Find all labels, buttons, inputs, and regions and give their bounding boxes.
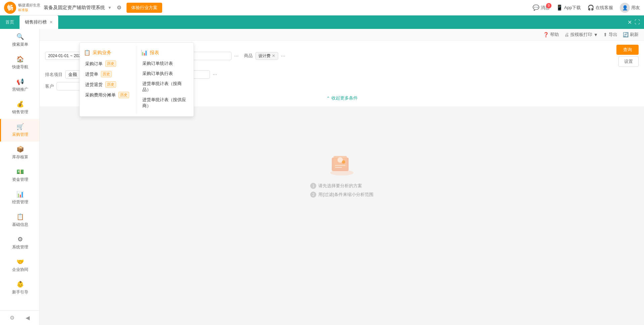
- purchase-order-history-tag[interactable]: 历史: [105, 60, 116, 67]
- system-title: 装备及固定资产辅助管理系统: [44, 5, 105, 11]
- messages-button[interactable]: 💬 消息 9: [533, 4, 549, 11]
- avatar: 👤: [620, 3, 630, 13]
- tab-close-icon[interactable]: ✕: [49, 20, 53, 25]
- online-service-button[interactable]: 🎧 在线客服: [587, 4, 613, 11]
- goods-tag-close-icon[interactable]: ✕: [272, 53, 275, 58]
- doc-status-more-icon[interactable]: ⋯: [234, 53, 239, 58]
- goods-more-icon[interactable]: ⋯: [281, 53, 285, 58]
- content-toolbar: ❓ 帮助 🖨 按模板打印 ▼ ⬆ 导出 🔄 刷新: [40, 29, 644, 41]
- dropdown-item-inbound-by-goods[interactable]: 进货单统计表（按商品）: [141, 79, 190, 95]
- step2-num: 2: [310, 192, 316, 198]
- sidebar-collapse-btn[interactable]: ◀: [26, 315, 30, 321]
- dropdown-item-purchase-order[interactable]: 采购订单 历史: [84, 58, 133, 69]
- sidebar-item-funds[interactable]: 💵 资金管理: [0, 164, 39, 187]
- sidebar-item-newbie-label: 新手引导: [12, 289, 28, 295]
- sidebar-item-search[interactable]: 🔍 搜索菜单: [0, 29, 39, 51]
- system-icon: ⚙: [17, 236, 23, 243]
- operations-icon: 📊: [16, 191, 24, 198]
- search-icon: 🔍: [16, 33, 24, 40]
- salesperson-more-icon[interactable]: ⋯: [213, 72, 217, 77]
- empty-step1-text: 请先选择要分析的方案: [318, 181, 362, 190]
- date-start: 2024-01-01: [48, 53, 69, 58]
- sidebar-item-sales-label: 销售管理: [12, 109, 28, 115]
- report-section-icon: 📊: [141, 49, 148, 56]
- sidebar-item-newbie[interactable]: 👶 新手引导: [0, 277, 39, 299]
- purchase-expense-label: 采购费用分摊单: [85, 92, 116, 98]
- goods-label: 商品: [244, 53, 253, 59]
- logo-text: 畅捷通好生意 标准版: [18, 3, 40, 12]
- settings-button[interactable]: ⚙: [114, 3, 124, 12]
- purchase-order-label: 采购订单: [85, 61, 103, 67]
- tab-expand-icon[interactable]: ⛶: [635, 19, 640, 25]
- sidebar-item-basic-info-label: 基础信息: [12, 222, 28, 228]
- sidebar-item-funds-label: 资金管理: [12, 177, 28, 182]
- filter-goods: 商品 设计费 ✕ ⋯: [244, 52, 285, 60]
- dropdown-item-purchase-return[interactable]: 进货退货 历史: [84, 79, 133, 90]
- sidebar-item-system[interactable]: ⚙ 系统管理: [0, 232, 39, 254]
- purchase-section-icon: 📋: [84, 49, 91, 56]
- print-dropdown-icon[interactable]: ▼: [594, 32, 598, 37]
- purchase-expense-history-tag[interactable]: 历史: [118, 92, 129, 98]
- sidebar-item-sales[interactable]: 💰 销售管理: [0, 96, 39, 119]
- print-icon: 🖨: [564, 32, 569, 37]
- sidebar-item-purchase-label: 采购管理: [12, 132, 28, 137]
- sidebar-item-purchase[interactable]: 🛒 采购管理: [0, 119, 39, 141]
- export-button[interactable]: ⬆ 导出: [603, 32, 617, 38]
- sidebar-item-operations-label: 经营管理: [12, 199, 28, 205]
- sidebar-item-enterprise[interactable]: 🤝 企业协同: [0, 254, 39, 277]
- headset-icon: 🎧: [587, 4, 594, 11]
- industry-btn[interactable]: 体验行业方案: [127, 3, 162, 13]
- basic-info-icon: 📋: [16, 213, 24, 220]
- svg-point-4: [342, 160, 345, 164]
- content-area: ❓ 帮助 🖨 按模板打印 ▼ ⬆ 导出 🔄 刷新: [40, 29, 644, 325]
- sidebar-item-quick-nav[interactable]: 🏠 快捷导航: [0, 51, 39, 74]
- dropdown-item-purchase-expense[interactable]: 采购费用分摊单 历史: [84, 90, 133, 100]
- tab-bar: 首页 销售排行榜 ✕ ✕ ⛶: [0, 15, 644, 29]
- dropdown-item-purchase-order-stat[interactable]: 采购订单统计表: [141, 58, 190, 69]
- user-button[interactable]: 👤 用友: [620, 3, 640, 13]
- empty-state: 1 请先选择要分析的方案 2 用[过滤]条件来缩小分析范围: [40, 107, 644, 241]
- inbound-by-supplier-label: 进货单统计表（按供应商）: [142, 97, 188, 109]
- dropdown-item-purchase-in[interactable]: 进货单 历史: [84, 69, 133, 79]
- sidebar-item-search-label: 搜索菜单: [12, 42, 28, 47]
- purchase-dropdown-menu: 📋 采购业务 采购订单 历史 进货单 历史 进货退货 历史 采购费用分摊单: [79, 42, 194, 117]
- tab-home[interactable]: 首页: [0, 15, 20, 29]
- tab-close-all-icon[interactable]: ✕: [628, 19, 632, 26]
- dropdown-item-purchase-order-exec[interactable]: 采购订单执行表: [141, 69, 190, 79]
- sidebar-item-inventory[interactable]: 📦 库存核算: [0, 141, 39, 164]
- app-download-label: App下载: [564, 5, 581, 11]
- purchase-order-exec-label: 采购订单执行表: [142, 71, 173, 77]
- system-title-dropdown-icon[interactable]: ▼: [108, 5, 112, 10]
- newbie-icon: 👶: [16, 281, 24, 288]
- home-icon: 🏠: [16, 55, 24, 63]
- purchase-in-history-tag[interactable]: 历史: [101, 71, 112, 77]
- inventory-icon: 📦: [16, 146, 24, 153]
- purchase-return-history-tag[interactable]: 历史: [105, 81, 116, 88]
- sidebar-item-basic-info[interactable]: 📋 基础信息: [0, 209, 39, 232]
- print-button[interactable]: 🖨 按模板打印 ▼: [564, 32, 598, 38]
- sales-icon: 💰: [16, 100, 24, 108]
- query-button[interactable]: 查询: [616, 45, 639, 55]
- empty-text: 1 请先选择要分析的方案 2 用[过滤]条件来缩小分析范围: [310, 181, 373, 199]
- sidebar-item-marketing[interactable]: 📢 营销推广: [0, 74, 39, 96]
- export-icon: ⬆: [603, 32, 607, 37]
- sidebar-item-operations[interactable]: 📊 经营管理: [0, 187, 39, 209]
- empty-step2: 2 用[过滤]条件来缩小分析范围: [310, 190, 373, 199]
- help-button[interactable]: ❓ 帮助: [543, 32, 559, 38]
- app-download-button[interactable]: 📱 App下载: [556, 4, 581, 11]
- sidebar-item-quick-nav-label: 快捷导航: [12, 64, 28, 70]
- dropdown-purchase-title-text: 采购业务: [93, 50, 111, 56]
- tab-sales-rank[interactable]: 销售排行榜 ✕: [20, 15, 58, 29]
- logo-icon: 畅: [4, 2, 16, 14]
- dropdown-item-inbound-by-supplier[interactable]: 进货单统计表（按供应商）: [141, 95, 190, 111]
- set-button[interactable]: 设置: [618, 56, 639, 67]
- sidebar-settings-btn[interactable]: ⚙: [10, 315, 14, 321]
- goods-tag[interactable]: 设计费 ✕: [255, 52, 278, 60]
- refresh-button[interactable]: 🔄 刷新: [623, 32, 639, 38]
- dropdown-purchase-col: 📋 采购业务 采购订单 历史 进货单 历史 进货退货 历史 采购费用分摊单: [80, 45, 137, 114]
- collapse-filter-label: 收起更多条件: [331, 95, 358, 101]
- funds-icon: 💵: [16, 168, 24, 175]
- help-icon: ❓: [543, 32, 549, 37]
- sidebar-item-inventory-label: 库存核算: [12, 154, 28, 160]
- purchase-return-label: 进货退货: [85, 82, 103, 88]
